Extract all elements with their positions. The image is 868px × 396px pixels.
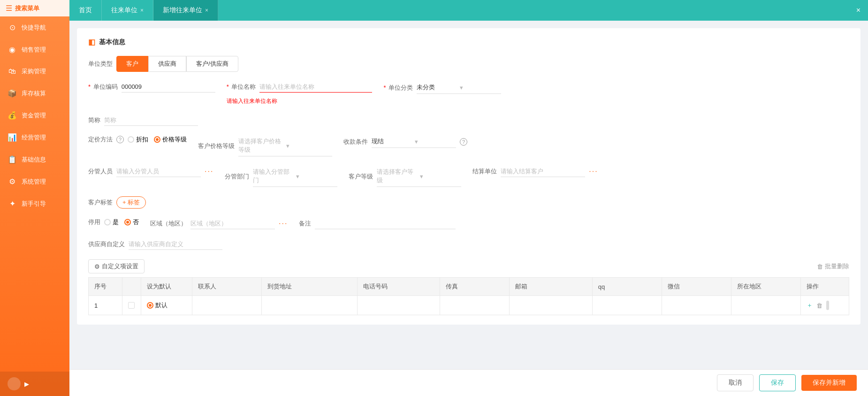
radio-no[interactable]: 否 [124,218,139,226]
pricing-radio-group: 折扣 价格等级 [128,135,187,144]
type-btn-both[interactable]: 客户/供应商 [186,56,238,72]
radio-no-circle [124,219,131,225]
sidebar-item-basic-info[interactable]: 📋 基础信息 [0,148,69,171]
settlement-input[interactable] [501,166,585,177]
radio-price-level[interactable]: 价格等级 [154,135,187,144]
supplier-custom-input[interactable] [129,239,222,250]
default-radio[interactable] [147,302,153,309]
department-group: 分管部门 请输入分管部门 ▾ [225,166,337,187]
cell-address[interactable] [261,296,358,315]
manager-row: 分管人员 ··· 分管部门 请输入分管部门 ▾ 客户等级 请选择客户等级 [88,166,849,187]
tab-partners-close[interactable]: × [140,7,144,14]
remarks-input[interactable] [315,218,456,229]
department-select[interactable]: 请输入分管部门 ▾ [253,166,337,187]
unit-type-group: 单位类型 客户 供应商 客户/供应商 [88,56,238,72]
tab-partners[interactable]: 往来单位 × [102,0,153,21]
tab-new-partner[interactable]: 新增往来单位 × [153,0,218,21]
custom-settings-label: 自定义项设置 [102,262,138,271]
cell-fax[interactable] [440,296,510,315]
contact-input[interactable] [198,302,236,309]
add-tag-btn[interactable]: + 标签 [116,196,146,209]
sidebar-item-operations[interactable]: 📊 经营管理 [0,126,69,148]
address-input[interactable] [267,302,324,309]
row-checkbox[interactable] [128,302,135,309]
delete-row-btn[interactable]: 🗑 [816,302,822,309]
beginner-icon: ✦ [8,199,17,208]
tab-home[interactable]: 首页 [69,0,102,21]
save-button[interactable]: 保存 [759,374,796,391]
sidebar-item-purchase[interactable]: 🛍 采购管理 [0,61,69,82]
supplier-custom-label: 供应商自定义 [88,240,125,248]
cancel-button[interactable]: 取消 [717,374,754,391]
sidebar-item-inventory[interactable]: 📦 库存核算 [0,82,69,104]
region-input[interactable] [190,218,275,229]
cell-area[interactable] [731,296,800,315]
settlement-more-btn[interactable]: ··· [589,167,598,176]
sidebar-item-quick-nav[interactable]: ⊙ 快捷导航 [0,16,69,39]
bottom-bar: 取消 保存 保存并新增 [69,369,868,396]
type-btn-supplier[interactable]: 供应商 [148,56,186,72]
radio-discount[interactable]: 折扣 [128,135,148,144]
customer-price-select[interactable]: 请选择客户价格等级 ▾ [238,135,332,156]
cell-email[interactable] [510,296,592,315]
settlement-label: 结算单位 [472,167,497,176]
custom-settings-btn[interactable]: ⚙ 自定义项设置 [88,259,145,273]
fax-input[interactable] [446,302,483,309]
cell-qq[interactable] [592,296,662,315]
contacts-table-section: ⚙ 自定义项设置 🗑 批量删除 序号 设为默认 联系人 [88,259,849,315]
table-row: 1 默认 [89,296,849,315]
chevron-down-icon: ▾ [415,138,456,145]
radio-yes[interactable]: 是 [104,218,119,226]
global-close-btn[interactable]: × [849,0,868,21]
drag-handle[interactable] [826,301,829,310]
manager-more-btn[interactable]: ··· [205,167,213,176]
short-name-input[interactable] [104,115,198,126]
wechat-input[interactable] [668,302,705,309]
manager-input[interactable] [116,166,201,177]
unit-code-input[interactable] [122,81,215,93]
tab-new-partner-label: 新增往来单位 [163,6,202,15]
section-title: ◧ 基本信息 [88,38,849,47]
radio-no-label: 否 [133,218,139,226]
unit-name-group: * 单位名称 请输入往来单位名称 [227,81,373,105]
area-input[interactable] [737,302,775,309]
customer-level-label: 客户等级 [349,172,373,181]
phone-input[interactable] [363,302,410,309]
sidebar-item-finance[interactable]: 💰 资金管理 [0,104,69,126]
main-area: 首页 往来单位 × 新增往来单位 × × ◧ 基本信息 单位类型 客户 [69,0,868,396]
payment-help-icon[interactable]: ? [460,138,467,146]
sidebar-item-label: 基础信息 [22,155,46,164]
col-wechat: 微信 [662,278,731,296]
sidebar-item-label: 库存核算 [22,89,46,98]
cell-default: 默认 [141,296,192,315]
disabled-row: 停用 是 否 区域（地区） [88,218,849,229]
col-actions: 操作 [800,278,849,296]
cell-phone[interactable] [358,296,440,315]
sidebar-item-system[interactable]: ⚙ 系统管理 [0,171,69,193]
type-btn-customer[interactable]: 客户 [116,56,148,72]
email-input[interactable] [515,302,562,309]
customer-level-placeholder: 请选择客户等级 [377,168,418,185]
disabled-radio-group: 是 否 [104,218,139,226]
tab-new-partner-close[interactable]: × [205,7,208,14]
add-row-btn[interactable]: ＋ [807,301,813,310]
unit-name-input[interactable] [259,81,372,93]
region-more-btn[interactable]: ··· [279,219,288,228]
sidebar-item-beginner[interactable]: ✦ 新手引导 [0,193,69,215]
payment-terms-select[interactable]: 现结 ▾ [372,135,456,148]
save-new-button[interactable]: 保存并新增 [801,375,857,391]
unit-category-select[interactable]: 未分类 ▾ [417,81,501,94]
batch-delete-btn[interactable]: 🗑 批量删除 [817,262,849,271]
radio-discount-circle [128,136,134,143]
customer-price-placeholder: 请选择客户价格等级 [238,137,284,154]
customer-level-select[interactable]: 请选择客户等级 ▾ [377,166,461,187]
search-menu-btn[interactable]: ☰ 搜索菜单 [0,0,69,16]
pricing-help-icon[interactable]: ? [116,136,124,143]
cell-checkbox[interactable] [122,296,141,315]
qq-input[interactable] [598,302,636,309]
cell-contact[interactable] [192,296,261,315]
tab-bar: 首页 往来单位 × 新增往来单位 × × [69,0,868,21]
cell-wechat[interactable] [662,296,731,315]
sidebar-item-sales[interactable]: ◉ 销售管理 [0,39,69,61]
short-name-group: 简称 [88,115,198,126]
